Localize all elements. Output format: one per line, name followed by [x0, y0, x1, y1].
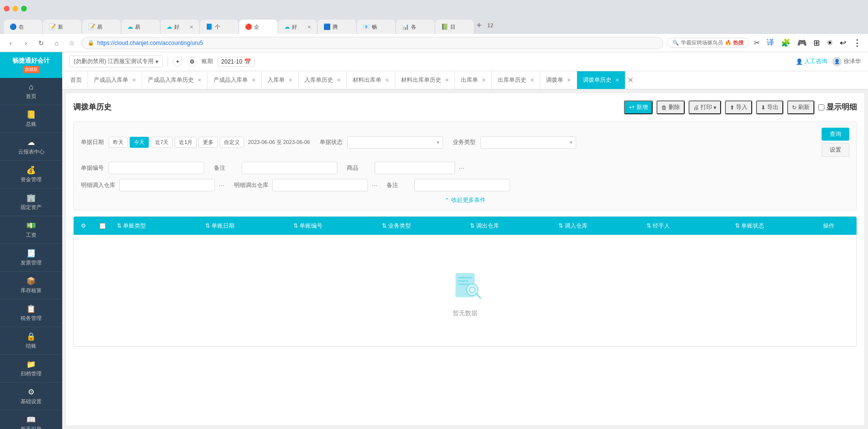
goods-input[interactable]	[375, 162, 455, 174]
service-btn[interactable]: 👤 人工咨询	[796, 57, 827, 66]
close-window-btn[interactable]	[4, 6, 10, 11]
sidebar-item-invoice[interactable]: 🧾 发票管理	[0, 244, 62, 272]
sidebar-item-ledger[interactable]: 📒 总账	[0, 105, 62, 133]
import-btn[interactable]: ⬆ 导入	[725, 100, 752, 114]
browser-tab-2[interactable]: 📝 新	[43, 20, 81, 34]
th-in-warehouse[interactable]: ⇅ 调入仓库	[554, 222, 642, 230]
warehouse-out-dots[interactable]: ···	[372, 181, 378, 189]
delete-btn[interactable]: 🗑 删除	[657, 100, 685, 114]
tab-close-icon-2[interactable]: ✕	[307, 24, 311, 30]
type-select[interactable]	[480, 136, 576, 149]
th-status[interactable]: ⇅ 单账状态	[730, 222, 819, 230]
tab-close-5[interactable]: ✕	[337, 77, 341, 83]
settings-filter-btn[interactable]: 设置	[822, 143, 849, 157]
menu-icon[interactable]: ⋮	[851, 36, 863, 50]
home-nav-btn[interactable]: ⌂	[51, 37, 62, 49]
app-tab-10[interactable]: 调拨单 ✕	[540, 71, 577, 89]
th-biz-type[interactable]: ⇅ 业务类型	[377, 222, 466, 230]
back-btn[interactable]: ‹	[5, 37, 16, 49]
tab-close-11[interactable]: ✕	[615, 77, 619, 83]
tab-close-1[interactable]: ✕	[132, 77, 136, 83]
select-all-checkbox[interactable]	[100, 223, 106, 229]
browser-tab-9[interactable]: 🟦 腾	[318, 20, 356, 34]
goods-more-dots[interactable]: ···	[459, 164, 465, 172]
tab-close-9[interactable]: ✕	[530, 77, 534, 83]
minimize-btn[interactable]	[12, 6, 18, 11]
translate-icon[interactable]: 译	[765, 36, 776, 50]
sidebar-item-assets[interactable]: 🏢 固定资产	[0, 188, 62, 216]
app-tab-8[interactable]: 出库单 ✕	[455, 71, 492, 89]
browser-tab-11[interactable]: 📊 各	[396, 20, 434, 34]
app-tab-5[interactable]: 入库单历史 ✕	[299, 71, 347, 89]
add-btn[interactable]: + + 新增	[624, 100, 653, 114]
status-select[interactable]	[347, 136, 443, 149]
sidebar-item-home[interactable]: ⌂ 首页	[0, 78, 62, 105]
tab-close-4[interactable]: ✕	[289, 77, 292, 83]
collapse-btn[interactable]: ⌃ 收起更多条件	[81, 196, 849, 204]
th-date[interactable]: ⇅ 单账日期	[200, 222, 289, 230]
forward-btn[interactable]: ›	[20, 37, 32, 49]
tab-close-2[interactable]: ✕	[198, 77, 201, 83]
address-bar[interactable]: 🔒 https://cloud.chanjet.com/accounting/u…	[81, 37, 663, 49]
history-icon[interactable]: ↩	[838, 36, 848, 49]
warehouse-out-input[interactable]	[272, 179, 368, 191]
today-btn[interactable]: 今天	[130, 137, 149, 148]
tab-close-3[interactable]: ✕	[252, 77, 256, 83]
add-company-btn[interactable]: +	[173, 57, 182, 66]
sidebar-item-capital[interactable]: 💰 资金管理	[0, 161, 62, 188]
search-box[interactable]: 🔍 学霸应聘场驱鸟员 🔥 热搜	[667, 38, 749, 48]
last-month-btn[interactable]: 近1月	[175, 137, 197, 148]
print-btn[interactable]: 🖨 打印 ▾	[689, 100, 721, 114]
app-tab-3[interactable]: 产成品入库单 ✕	[208, 71, 262, 89]
sidebar-item-report[interactable]: ☁ 云报表中心	[0, 133, 62, 161]
scissors-icon[interactable]: ✂	[752, 36, 762, 49]
tab-count[interactable]: 12	[485, 22, 496, 29]
app-tab-11-active[interactable]: 调拨单历史 ✕	[577, 71, 625, 89]
browser-tab-8[interactable]: ☁ 好 ✕	[278, 20, 317, 34]
warehouse-in-dots[interactable]: ···	[219, 181, 224, 189]
display-toggle-checkbox[interactable]	[818, 104, 824, 110]
refresh-btn[interactable]: ↻ 刷新	[787, 100, 814, 114]
app-tab-6[interactable]: 材料出库单 ✕	[347, 71, 395, 89]
tab-close-7[interactable]: ✕	[445, 77, 449, 83]
browser-tab-10[interactable]: 📧 畅	[357, 20, 395, 34]
app-tab-2[interactable]: 产成品入库单历史 ✕	[142, 71, 208, 89]
tab-close-6[interactable]: ✕	[385, 77, 389, 83]
close-all-tabs-btn[interactable]: ✕	[627, 76, 634, 85]
star-btn[interactable]: ☆	[66, 37, 78, 49]
sidebar-item-guide[interactable]: 📖 新手引导	[0, 410, 62, 429]
sidebar-item-wages[interactable]: 💵 工资	[0, 216, 62, 244]
maximize-btn[interactable]	[21, 6, 27, 11]
user-info[interactable]: 👤 徐泽华	[832, 57, 861, 66]
sidebar-item-tax[interactable]: 📋 税务管理	[0, 299, 62, 327]
grid-icon[interactable]: ⊞	[812, 36, 822, 49]
tab-close-icon[interactable]: ✕	[189, 24, 193, 30]
browser-tab-3[interactable]: 📝 易	[82, 20, 121, 34]
custom-btn[interactable]: 自定义	[220, 137, 244, 148]
app-tab-9[interactable]: 出库单历史 ✕	[492, 71, 540, 89]
browser-tab-4[interactable]: ☁ 易	[122, 20, 160, 34]
period-selector[interactable]: 2021-10 📅	[218, 57, 255, 66]
yesterday-btn[interactable]: 昨天	[109, 137, 128, 148]
note2-input[interactable]	[414, 179, 510, 191]
more-btn[interactable]: 更多	[199, 137, 218, 148]
new-tab-btn[interactable]: +	[477, 21, 482, 31]
sidebar-item-close[interactable]: 🔒 结账	[0, 327, 62, 355]
query-btn[interactable]: 查询	[822, 128, 849, 141]
app-tab-4[interactable]: 入库单 ✕	[262, 71, 299, 89]
sidebar-item-inventory[interactable]: 📦 库存核算	[0, 272, 62, 299]
th-number[interactable]: ⇅ 单账编号	[289, 222, 377, 230]
th-check[interactable]	[93, 223, 112, 229]
number-input[interactable]	[109, 162, 204, 174]
th-out-warehouse[interactable]: ⇅ 调出仓库	[465, 222, 554, 230]
export-btn[interactable]: ⬇ 导出	[756, 100, 783, 114]
extension-icon[interactable]: 🧩	[779, 36, 792, 49]
warehouse-in-input[interactable]	[119, 179, 215, 191]
browser-tab-1[interactable]: 🔵 在	[4, 20, 42, 34]
tab-close-8[interactable]: ✕	[482, 77, 486, 83]
browser-tab-12[interactable]: 📗 目	[435, 20, 474, 34]
last7-btn[interactable]: 近7天	[151, 137, 173, 148]
th-settings[interactable]: ⚙	[74, 222, 93, 229]
game-icon[interactable]: 🎮	[795, 36, 809, 49]
note-input[interactable]	[242, 162, 337, 174]
